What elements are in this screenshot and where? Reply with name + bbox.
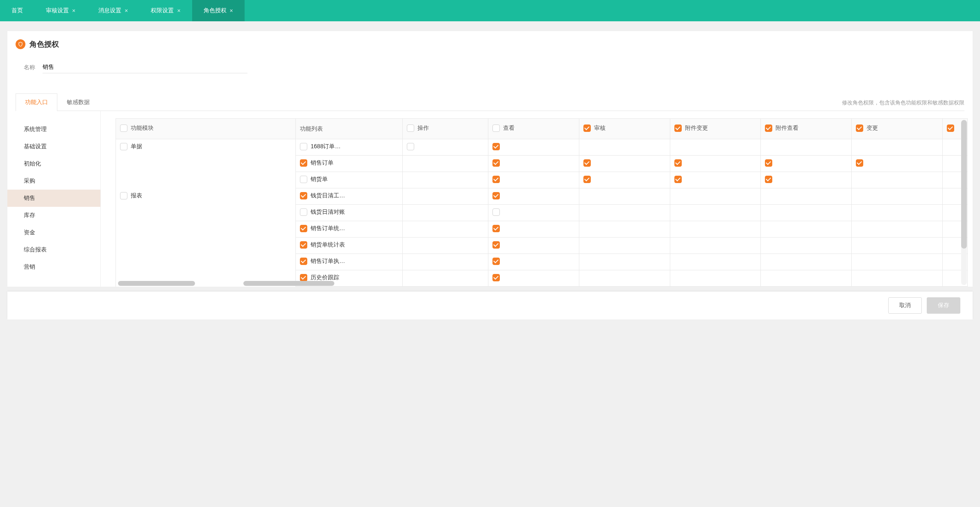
header-perm-4-checkbox[interactable] bbox=[856, 124, 863, 132]
table-row: 销货单统计表 bbox=[116, 238, 968, 254]
row-5-perm-0-checkbox[interactable] bbox=[492, 225, 500, 232]
sidebar: 系统管理基础设置初始化采购销售库存资金综合报表营销 bbox=[7, 111, 101, 287]
header-action-label: 操作 bbox=[417, 124, 429, 132]
subtabs-row: 功能入口敏感数据 修改角色权限，包含该角色功能权限和敏感数据权限 bbox=[16, 93, 964, 111]
vertical-scrollbar-thumb[interactable] bbox=[961, 120, 967, 249]
sidebar-item-7[interactable]: 综合报表 bbox=[7, 241, 100, 258]
header-perm-1-label: 审核 bbox=[594, 124, 606, 132]
header-perm-0-checkbox[interactable] bbox=[492, 124, 500, 132]
header-list-label: 功能列表 bbox=[300, 125, 323, 133]
sidebar-item-0[interactable]: 系统管理 bbox=[7, 121, 100, 138]
row-3-perm-0-checkbox[interactable] bbox=[492, 192, 500, 199]
top-tab-3[interactable]: 权限设置× bbox=[139, 0, 192, 21]
row-1-perm-0-checkbox[interactable] bbox=[492, 159, 500, 167]
save-button[interactable]: 保存 bbox=[927, 297, 960, 314]
row-2-perm-0-checkbox[interactable] bbox=[492, 176, 500, 183]
sidebar-item-1[interactable]: 基础设置 bbox=[7, 138, 100, 155]
row-1-perm-1-checkbox[interactable] bbox=[583, 159, 591, 167]
top-tab-0[interactable]: 首页 bbox=[0, 0, 34, 21]
horizontal-scrollbar-thumb-right[interactable] bbox=[243, 281, 334, 286]
row-5-func-checkbox[interactable] bbox=[300, 225, 307, 232]
top-tab-2[interactable]: 消息设置× bbox=[87, 0, 139, 21]
horizontal-scrollbar-thumb-left[interactable] bbox=[118, 281, 195, 286]
row-1-perm-3-checkbox[interactable] bbox=[765, 159, 772, 167]
row-2-perm-2-checkbox[interactable] bbox=[674, 176, 682, 183]
sidebar-item-6[interactable]: 资金 bbox=[7, 224, 100, 241]
sub-tab-0[interactable]: 功能入口 bbox=[16, 93, 57, 111]
header-perm-0-label: 查看 bbox=[503, 124, 515, 132]
top-tab-4[interactable]: 角色授权× bbox=[192, 0, 245, 21]
row-6-func-checkbox[interactable] bbox=[300, 241, 307, 249]
header-perm-4-label: 变更 bbox=[867, 124, 878, 132]
row-1-func-checkbox[interactable] bbox=[300, 159, 307, 167]
page-title-row: 角色授权 bbox=[16, 39, 964, 49]
row-module-label: 单据 bbox=[131, 143, 142, 150]
name-label: 名称 bbox=[24, 64, 35, 71]
name-input[interactable] bbox=[43, 61, 247, 73]
top-tab-label: 角色授权 bbox=[204, 7, 227, 14]
table-row: 报表钱货日清工作台 bbox=[116, 188, 968, 205]
main-body: 系统管理基础设置初始化采购销售库存资金综合报表营销 功能模块功能列表操作查看审核… bbox=[7, 111, 973, 287]
cancel-button[interactable]: 取消 bbox=[888, 297, 922, 314]
row-7-func-checkbox[interactable] bbox=[300, 258, 307, 265]
row-func-label: 钱货日清工作台 bbox=[311, 192, 345, 199]
header-module-checkbox[interactable] bbox=[120, 124, 127, 132]
row-1-perm-2-checkbox[interactable] bbox=[674, 159, 682, 167]
row-2-func-checkbox[interactable] bbox=[300, 176, 307, 183]
close-icon[interactable]: × bbox=[230, 7, 233, 14]
table-row: 钱货日清对账 bbox=[116, 205, 968, 221]
row-8-perm-0-checkbox[interactable] bbox=[492, 274, 500, 281]
row-0-action-checkbox[interactable] bbox=[407, 143, 414, 150]
row-func-label: 销售订单 bbox=[311, 159, 333, 167]
close-icon[interactable]: × bbox=[72, 7, 75, 14]
table-row: 销售订单统计表 bbox=[116, 221, 968, 238]
close-icon[interactable]: × bbox=[177, 7, 180, 14]
table-panel: 功能模块功能列表操作查看审核附件变更附件查看变更 单据1688订单同步销售订单销… bbox=[101, 111, 973, 287]
top-tab-label: 消息设置 bbox=[98, 7, 121, 14]
sidebar-item-4[interactable]: 销售 bbox=[7, 190, 100, 207]
sub-tabs: 功能入口敏感数据 bbox=[16, 93, 99, 111]
row-8-func-checkbox[interactable] bbox=[300, 274, 307, 281]
row-module-label: 报表 bbox=[131, 192, 142, 199]
close-icon[interactable]: × bbox=[125, 7, 128, 14]
sidebar-item-8[interactable]: 营销 bbox=[7, 258, 100, 276]
permissions-table: 功能模块功能列表操作查看审核附件变更附件查看变更 单据1688订单同步销售订单销… bbox=[116, 118, 968, 287]
row-0-module-checkbox[interactable] bbox=[120, 143, 127, 150]
row-3-module-checkbox[interactable] bbox=[120, 192, 127, 199]
header-perm-3-label: 附件查看 bbox=[776, 124, 799, 132]
footer-bar: 取消 保存 bbox=[7, 292, 973, 319]
top-tabs: 首页审核设置×消息设置×权限设置×角色授权× bbox=[0, 0, 980, 21]
header-perm-1-checkbox[interactable] bbox=[583, 124, 591, 132]
row-0-perm-0-checkbox[interactable] bbox=[492, 143, 500, 150]
header-perm-2-checkbox[interactable] bbox=[674, 124, 682, 132]
top-tab-1[interactable]: 审核设置× bbox=[34, 0, 87, 21]
row-1-perm-4-checkbox[interactable] bbox=[856, 159, 863, 167]
sidebar-item-2[interactable]: 初始化 bbox=[7, 155, 100, 172]
header-module-label: 功能模块 bbox=[131, 124, 154, 132]
sidebar-item-3[interactable]: 采购 bbox=[7, 172, 100, 190]
vertical-scrollbar-track[interactable] bbox=[961, 120, 967, 285]
row-4-perm-0-checkbox[interactable] bbox=[492, 208, 500, 216]
row-2-perm-1-checkbox[interactable] bbox=[583, 176, 591, 183]
row-func-label: 销货单 bbox=[311, 176, 328, 183]
header-action-checkbox[interactable] bbox=[407, 124, 414, 132]
sidebar-item-5[interactable]: 库存 bbox=[7, 207, 100, 224]
row-func-label: 销售订单统计表 bbox=[311, 225, 345, 232]
row-func-label: 销货单统计表 bbox=[311, 241, 345, 249]
top-tab-label: 权限设置 bbox=[151, 7, 174, 14]
header-perm-2-label: 附件变更 bbox=[685, 124, 708, 132]
row-6-perm-0-checkbox[interactable] bbox=[492, 241, 500, 249]
row-7-perm-0-checkbox[interactable] bbox=[492, 258, 500, 265]
subtab-hint: 修改角色权限，包含该角色功能权限和敏感数据权限 bbox=[842, 99, 964, 111]
row-0-func-checkbox[interactable] bbox=[300, 143, 307, 150]
row-2-perm-3-checkbox[interactable] bbox=[765, 176, 772, 183]
sub-tab-1[interactable]: 敏感数据 bbox=[57, 93, 99, 111]
row-3-func-checkbox[interactable] bbox=[300, 192, 307, 199]
top-tab-label: 审核设置 bbox=[46, 7, 69, 14]
header-perm-3-checkbox[interactable] bbox=[765, 124, 772, 132]
page-title: 角色授权 bbox=[29, 39, 59, 49]
row-4-func-checkbox[interactable] bbox=[300, 208, 307, 216]
header-last-checkbox[interactable] bbox=[947, 124, 954, 132]
name-row: 名称 bbox=[16, 61, 964, 73]
table-row: 销货单 bbox=[116, 172, 968, 188]
